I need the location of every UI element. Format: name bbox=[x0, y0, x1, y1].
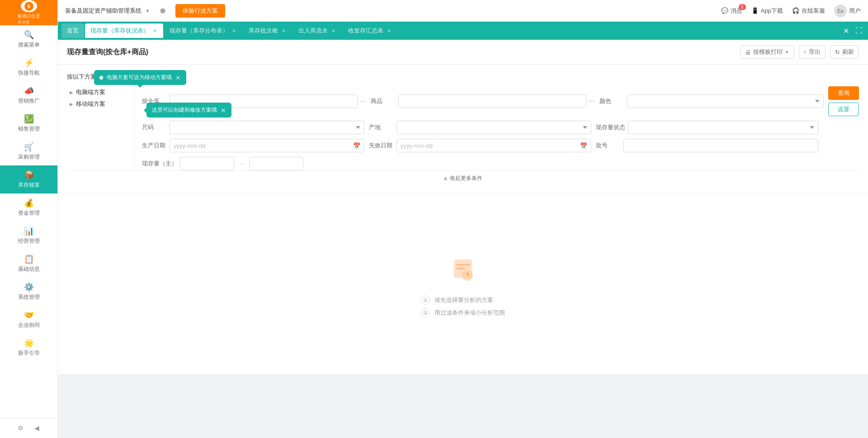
tab-expand-btn[interactable]: ⛶ bbox=[854, 25, 864, 37]
sidebar-item-purchase[interactable]: 🛒 采购管理 bbox=[0, 137, 57, 165]
print-template-btn[interactable]: 🖨 按模板打印 ▼ bbox=[740, 45, 794, 59]
origin-select[interactable] bbox=[396, 121, 591, 134]
schema-tree: ▶ 电脑端方案 ▶ 移动端方案 电脑方案可设为移动方案哦 ✕ bbox=[67, 86, 135, 170]
calendar-icon-expire: 📅 bbox=[580, 142, 587, 149]
filter-item-goods: 商品 ··· bbox=[371, 94, 595, 108]
filter-row-1: 按仓库 ··· 商品 ··· 颜色 bbox=[142, 86, 859, 116]
reset-btn[interactable]: 设置 bbox=[828, 103, 859, 116]
tab-collect-summary[interactable]: 收发存汇总表 ✕ bbox=[343, 24, 397, 38]
filter-item-stock-status: 现存量状态 bbox=[596, 121, 818, 134]
tab-close-all-btn[interactable]: ✕ bbox=[841, 25, 851, 37]
chevron-down-small-icon: ▼ bbox=[785, 50, 789, 55]
range-separator: — bbox=[239, 160, 245, 167]
enterprise-icon: 🤝 bbox=[24, 310, 34, 320]
create-tooltip: 这里可以创建和修改方案哦 ✕ bbox=[146, 103, 231, 118]
app-download-btn[interactable]: 📱 App下载 bbox=[751, 7, 783, 15]
sidebar-item-search-menu[interactable]: 🔍 搜索菜单 bbox=[0, 25, 57, 53]
step-num-2: ② bbox=[421, 308, 430, 317]
tab-close-inventory-distribution[interactable]: ✕ bbox=[231, 27, 237, 35]
batch-input[interactable] bbox=[623, 139, 818, 152]
avatar-initials: Ea bbox=[837, 8, 843, 14]
guide-icon: 🌟 bbox=[24, 338, 34, 348]
system-name-text: 装备及固定资产辅助管理系统 bbox=[65, 7, 142, 15]
purchase-icon: 🛒 bbox=[24, 142, 34, 152]
tab-close-inventory-status[interactable]: ✕ bbox=[152, 27, 158, 35]
filter-item-batch: 批号 bbox=[596, 139, 818, 152]
stock-main-to[interactable] bbox=[249, 157, 303, 170]
step-num-1: ① bbox=[421, 296, 430, 305]
online-service-btn[interactable]: 🎧 在线客服 bbox=[792, 7, 825, 15]
finance-icon: 💰 bbox=[24, 198, 34, 208]
refresh-btn[interactable]: ↻ 刷新 bbox=[830, 45, 859, 59]
sidebar-item-operations[interactable]: 📊 经营管理 bbox=[0, 221, 57, 250]
settings-btn[interactable] bbox=[156, 4, 170, 18]
goods-input[interactable] bbox=[398, 94, 586, 108]
tab-inventory-batch[interactable]: 库存批次账 ✕ bbox=[243, 24, 292, 38]
tab-home[interactable]: 首页 bbox=[61, 24, 84, 38]
quick-nav-icon: ⚡ bbox=[24, 58, 34, 68]
tab-inventory-distribution[interactable]: 现存量（库存分布表） ✕ bbox=[164, 24, 242, 38]
industry-btn[interactable]: 体验行业方案 bbox=[175, 4, 225, 18]
content-area: 现存量查询(按仓库+商品) 🖨 按模板打印 ▼ ↑ 导出 ↻ 刷新 bbox=[58, 40, 868, 438]
expire-date-label: 失效日期 bbox=[369, 141, 394, 150]
sidebar-item-enterprise[interactable]: 🤝 企业协同 bbox=[0, 306, 57, 334]
scheme-tooltip-dot bbox=[99, 76, 103, 80]
tab-close-inventory-batch[interactable]: ✕ bbox=[281, 27, 287, 35]
tab-inventory-inout[interactable]: 出入库流水 ✕ bbox=[293, 24, 342, 38]
produce-date-label: 生产日期 bbox=[142, 141, 167, 150]
tab-close-inventory-inout[interactable]: ✕ bbox=[330, 27, 336, 35]
color-select[interactable] bbox=[627, 94, 824, 108]
warehouse-dots[interactable]: ··· bbox=[360, 97, 366, 105]
sidebar-collapse-btn[interactable]: ◀ bbox=[31, 422, 43, 434]
filter-item-color: 颜色 bbox=[599, 94, 824, 108]
message-btn[interactable]: 💬 消息 6 bbox=[721, 7, 742, 15]
svg-text:6: 6 bbox=[27, 4, 30, 9]
sidebar-item-inventory[interactable]: 📦 库存核算 bbox=[0, 165, 57, 193]
stock-status-select[interactable] bbox=[628, 121, 818, 134]
sidebar-item-quick-nav[interactable]: ⚡ 快捷导航 bbox=[0, 53, 57, 81]
home-tab-label: 首页 bbox=[67, 27, 79, 35]
operations-icon: 📊 bbox=[24, 226, 34, 236]
sidebar-item-base-info[interactable]: 📋 基础信息 bbox=[0, 250, 57, 278]
schema-tree-mobile[interactable]: ▶ 移动端方案 bbox=[67, 98, 129, 110]
sidebar-settings-btn[interactable]: ⚙ bbox=[14, 422, 27, 434]
logo-icon: 6 bbox=[21, 0, 37, 12]
chevron-right-icon2: ▶ bbox=[70, 102, 73, 107]
sidebar-item-marketing[interactable]: 📣 营销推广 bbox=[0, 81, 57, 109]
stock-main-from[interactable] bbox=[180, 157, 234, 170]
tab-inventory-status[interactable]: 现存量（库存状况表） ✕ bbox=[85, 24, 163, 38]
base-info-icon: 📋 bbox=[24, 254, 34, 264]
user-profile-btn[interactable]: Ea 用户 bbox=[834, 5, 861, 17]
export-btn[interactable]: ↑ 导出 bbox=[799, 45, 826, 59]
phone-icon: 📱 bbox=[751, 7, 759, 14]
sidebar-logo: 6 畅通好生意 标准版 bbox=[0, 0, 57, 25]
export-icon: ↑ bbox=[804, 49, 807, 56]
tab-close-collect-summary[interactable]: ✕ bbox=[386, 27, 392, 35]
scheme-tooltip-close[interactable]: ✕ bbox=[175, 74, 181, 81]
color-label: 颜色 bbox=[599, 97, 624, 105]
produce-date-input[interactable]: yyyy-mm-dd 📅 bbox=[170, 139, 364, 152]
collapse-btn[interactable]: ∧ 收起更多条件 bbox=[443, 174, 482, 182]
expire-date-input[interactable]: yyyy-mm-dd 📅 bbox=[396, 139, 591, 152]
empty-icon: ? bbox=[445, 250, 481, 287]
sidebar-bottom: ⚙ ◀ bbox=[0, 418, 57, 438]
empty-step-2: ② 用过滤条件来缩小分析范围 bbox=[421, 308, 505, 317]
inventory-distribution-label: 现存量（库存分布表） bbox=[170, 27, 228, 35]
create-tooltip-close[interactable]: ✕ bbox=[221, 107, 226, 114]
goods-dots[interactable]: ··· bbox=[589, 97, 595, 105]
logo-text: 畅通好生意 标准版 bbox=[18, 13, 40, 25]
query-btn[interactable]: 查询 bbox=[828, 86, 859, 100]
collect-summary-label: 收发存汇总表 bbox=[348, 27, 383, 35]
size-select[interactable] bbox=[170, 121, 364, 134]
sidebar-item-guide[interactable]: 🌟 新手引导 bbox=[0, 334, 57, 362]
filter-item-stock-main: 现存量（主） — bbox=[142, 157, 303, 170]
refresh-icon: ↻ bbox=[835, 49, 840, 56]
headset-icon: 🎧 bbox=[792, 7, 799, 14]
size-label: 尺码 bbox=[142, 123, 167, 132]
sidebar-item-finance[interactable]: 💰 资金管理 bbox=[0, 193, 57, 221]
sidebar-item-sales[interactable]: 💹 销售管理 bbox=[0, 109, 57, 137]
schema-tree-desktop[interactable]: ▶ 电脑端方案 bbox=[67, 86, 129, 98]
user-avatar: Ea bbox=[834, 5, 847, 17]
system-selector[interactable]: 装备及固定资产辅助管理系统 ▼ bbox=[65, 7, 150, 15]
sidebar-item-system[interactable]: ⚙️ 系统管理 bbox=[0, 278, 57, 306]
